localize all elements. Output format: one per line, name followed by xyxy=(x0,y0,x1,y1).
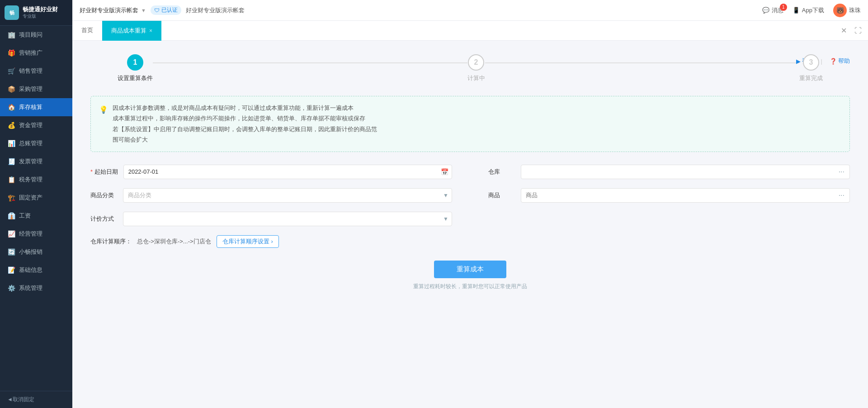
account-dropdown-arrow: ▼ xyxy=(141,8,146,13)
sidebar-item-purchase[interactable]: 📦 采购管理 xyxy=(0,80,72,98)
sidebar-item-label-finance: 资金管理 xyxy=(19,121,42,129)
step-3-circle: 3 xyxy=(803,54,819,71)
category-select[interactable]: 商品分类 xyxy=(123,188,452,203)
tab-close-icon[interactable]: ✕ xyxy=(838,25,849,36)
sidebar-item-sales[interactable]: 🛒 销售管理 xyxy=(0,62,72,80)
user-name: 珠珠 xyxy=(849,6,861,14)
sidebar-app-name: 畅捷通好业财 xyxy=(23,6,58,14)
account-name: 好业财专业版演示帐套 xyxy=(80,6,138,14)
form-grid: 起始日期 📅 仓库 ··· 商品分类 商品分类 xyxy=(90,165,850,226)
tab-product-cost[interactable]: 商品成本重算 × xyxy=(102,21,161,41)
sales-icon: 🛒 xyxy=(7,67,15,75)
page-content: 1 设置重算条件 2 计算中 3 重算完成 ▶ 视频 | ❓ xyxy=(72,41,868,408)
info-box: 💡 因成本计算参数调整，或是对商品成本有疑问时，可以通过成本重算功能，重新计算一… xyxy=(90,96,850,152)
warehouse-more-button[interactable]: ··· xyxy=(837,168,846,176)
start-date-label: 起始日期 xyxy=(90,168,118,176)
topbar: 好业财专业版演示帐套 ▼ 🛡 已认证 好业财专业版演示帐套 💬 消息 1 📱 A… xyxy=(72,0,868,21)
step-3-label: 重算完成 xyxy=(799,74,823,82)
warehouse-order-label: 仓库计算顺序： xyxy=(90,237,132,246)
step-2-circle: 2 xyxy=(468,54,484,71)
user-menu[interactable]: 🐻 珠珠 xyxy=(833,4,861,17)
start-date-input[interactable] xyxy=(123,165,452,179)
progress-stepper: 1 设置重算条件 2 计算中 3 重算完成 ▶ 视频 | ❓ xyxy=(90,54,850,82)
sidebar-item-assets[interactable]: 🏗️ 固定资产 xyxy=(0,189,72,207)
marketing-icon: 🎁 xyxy=(7,49,15,57)
tab-close-button[interactable]: × xyxy=(149,28,152,34)
operations-icon: 📈 xyxy=(7,230,15,238)
notification-badge: 1 xyxy=(780,4,787,11)
sidebar-item-basic[interactable]: 📝 基础信息 xyxy=(0,261,72,279)
sidebar-item-label-invoice: 发票管理 xyxy=(19,157,42,166)
company-name: 好业财专业版演示帐套 xyxy=(186,6,245,14)
product-input[interactable] xyxy=(521,188,850,203)
category-select-wrap: 商品分类 ▼ xyxy=(123,188,452,203)
main-area: 好业财专业版演示帐套 ▼ 🛡 已认证 好业财专业版演示帐套 💬 消息 1 📱 A… xyxy=(72,0,868,408)
form-row-product: 商品 ··· xyxy=(488,188,850,203)
sidebar-item-inventory[interactable]: 🏠 库存核算 xyxy=(0,98,72,116)
sidebar-item-finance[interactable]: 💰 资金管理 xyxy=(0,116,72,134)
shield-icon: 🛡 xyxy=(154,7,160,14)
step-2-label: 计算中 xyxy=(467,74,485,82)
accounting-icon: 📊 xyxy=(7,139,15,147)
sidebar-item-label-sales: 销售管理 xyxy=(19,67,42,75)
user-avatar: 🐻 xyxy=(833,4,847,17)
sidebar-item-tax[interactable]: 📋 税务管理 xyxy=(0,171,72,189)
sidebar-item-project[interactable]: 🏢 项目顾问 xyxy=(0,26,72,44)
form-row-category: 商品分类 商品分类 ▼ xyxy=(90,188,452,203)
pricing-select[interactable] xyxy=(123,212,452,226)
inventory-icon: 🏠 xyxy=(7,103,15,111)
warehouse-order-row: 仓库计算顺序： 总仓->深圳仓库->...->门店仓 仓库计算顺序设置 › xyxy=(90,235,850,248)
account-selector[interactable]: 好业财专业版演示帐套 ▼ xyxy=(80,6,146,14)
sidebar-item-operations[interactable]: 📈 经营管理 xyxy=(0,225,72,243)
recalc-button[interactable]: 重算成本 xyxy=(434,261,506,278)
sidebar-title-area: 畅捷通好业财 专业版 xyxy=(23,6,58,20)
message-button[interactable]: 💬 消息 1 xyxy=(762,6,783,14)
sidebar-unpin-button[interactable]: ◄取消固定 xyxy=(0,391,72,408)
sidebar-header: 畅 畅捷通好业财 专业版 xyxy=(0,0,72,26)
sidebar-item-accounting[interactable]: 📊 总账管理 xyxy=(0,134,72,152)
project-icon: 🏢 xyxy=(7,31,15,39)
recalc-note: 重算过程耗时较长，重算时您可以正常使用产品 xyxy=(90,283,850,290)
product-input-wrap: ··· xyxy=(521,188,850,203)
start-date-input-wrap: 📅 xyxy=(123,165,452,179)
invoice-icon: 🧾 xyxy=(7,157,15,166)
info-icon: 💡 xyxy=(99,104,108,145)
step-line-1 xyxy=(153,62,467,63)
sidebar-item-marketing[interactable]: 🎁 营销推广 xyxy=(0,44,72,62)
tabbar: 首页 商品成本重算 × ✕ ⛶ xyxy=(72,21,868,41)
sidebar-item-expense[interactable]: 🔄 小畅报销 xyxy=(0,243,72,261)
purchase-icon: 📦 xyxy=(7,85,15,93)
sidebar-item-label-inventory: 库存核算 xyxy=(19,103,42,111)
sidebar-logo: 畅 xyxy=(5,5,19,20)
sidebar-item-label-system: 系统管理 xyxy=(19,284,42,292)
sidebar-item-invoice[interactable]: 🧾 发票管理 xyxy=(0,152,72,171)
step-line-2 xyxy=(485,62,800,63)
step-1-label: 设置重算条件 xyxy=(118,74,153,82)
help-link[interactable]: ❓ 帮助 xyxy=(830,57,850,65)
warehouse-order-settings-button[interactable]: 仓库计算顺序设置 › xyxy=(217,235,279,248)
sidebar-item-label-salary: 工资 xyxy=(19,212,31,220)
form-row-pricing: 计价方式 ▼ xyxy=(90,212,452,226)
assets-icon: 🏗️ xyxy=(7,194,15,202)
sidebar-item-system[interactable]: ⚙️ 系统管理 xyxy=(0,279,72,297)
info-text: 因成本计算参数调整，或是对商品成本有疑问时，可以通过成本重算功能，重新计算一遍成… xyxy=(113,103,377,145)
step-1-circle: 1 xyxy=(127,54,143,71)
pricing-select-wrap: ▼ xyxy=(123,212,452,226)
step-3: 3 重算完成 xyxy=(799,54,823,82)
product-label: 商品 xyxy=(488,191,515,199)
system-icon: ⚙️ xyxy=(7,284,15,292)
tab-home[interactable]: 首页 xyxy=(72,21,102,41)
tab-expand-icon[interactable]: ⛶ xyxy=(853,25,863,36)
calendar-icon[interactable]: 📅 xyxy=(441,168,448,176)
warehouse-input[interactable] xyxy=(521,165,850,179)
salary-icon: 👔 xyxy=(7,212,15,220)
sidebar-version: 专业版 xyxy=(23,13,58,19)
form-row-warehouse: 仓库 ··· xyxy=(488,165,850,179)
finance-icon: 💰 xyxy=(7,121,15,129)
topbar-right: 💬 消息 1 📱 App下载 🐻 珠珠 xyxy=(762,4,861,17)
category-label: 商品分类 xyxy=(90,191,118,199)
pricing-label: 计价方式 xyxy=(90,215,118,223)
product-more-button[interactable]: ··· xyxy=(837,191,846,199)
app-download-button[interactable]: 📱 App下载 xyxy=(793,6,824,14)
sidebar-item-salary[interactable]: 👔 工资 xyxy=(0,207,72,225)
